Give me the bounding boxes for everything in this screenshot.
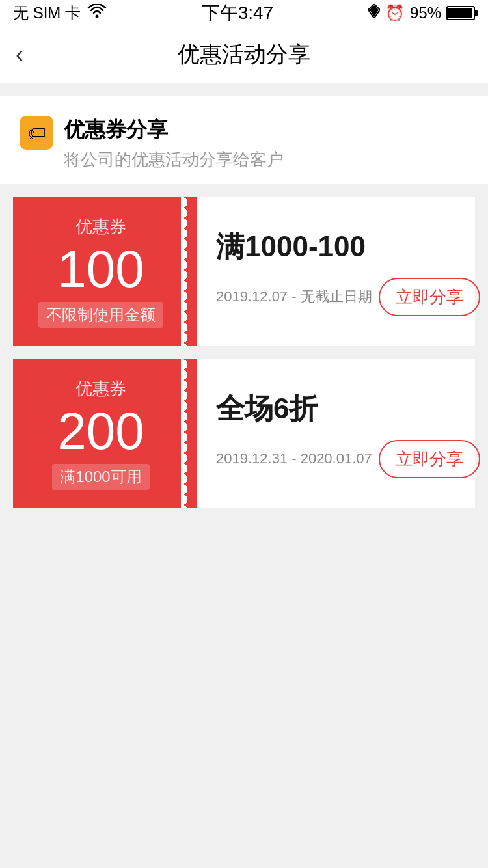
coupon-condition-1: 满1000可用 bbox=[52, 464, 149, 490]
serrated-edge-0 bbox=[181, 197, 197, 346]
section-title: 优惠券分享 bbox=[64, 116, 284, 144]
alarm-icon: ⏰ bbox=[385, 4, 405, 22]
share-button-0[interactable]: 立即分享 bbox=[379, 278, 480, 316]
coupon-date-1: 2019.12.31 - 2020.01.07 bbox=[216, 450, 372, 467]
coupon-condition-0: 不限制使用金额 bbox=[38, 302, 163, 328]
status-left: 无 SIM 卡 bbox=[13, 3, 107, 23]
coupon-name-1: 全场6折 bbox=[216, 390, 457, 428]
background-area bbox=[0, 508, 488, 868]
coupon-amount-1: 200 bbox=[57, 405, 144, 457]
coupon-name-0: 满1000-100 bbox=[216, 228, 457, 266]
status-bar: 无 SIM 卡 下午3:47 ⏰ 95% bbox=[0, 0, 488, 26]
coupon-card-1: 优惠券 200 满1000可用 全场6折 2019.12.31 - 2020.0… bbox=[13, 359, 475, 508]
coupon-right-0: 满1000-100 2019.12.07 - 无截止日期 立即分享 bbox=[189, 197, 475, 346]
status-right: ⏰ 95% bbox=[368, 4, 475, 22]
coupon-list: 优惠券 100 不限制使用金额 满1000-100 2019.12.07 - 无… bbox=[0, 197, 488, 508]
coupon-stub-0: 优惠券 100 不限制使用金额 bbox=[13, 197, 189, 346]
page-title: 优惠活动分享 bbox=[178, 40, 310, 70]
section-subtitle: 将公司的优惠活动分享给客户 bbox=[64, 148, 284, 171]
section-header: 🏷 优惠券分享 将公司的优惠活动分享给客户 bbox=[0, 96, 488, 184]
share-button-1[interactable]: 立即分享 bbox=[379, 440, 480, 478]
coupon-card-0: 优惠券 100 不限制使用金额 满1000-100 2019.12.07 - 无… bbox=[13, 197, 475, 346]
location-icon bbox=[368, 4, 380, 22]
coupon-label-1: 优惠券 bbox=[75, 377, 126, 400]
coupon-label-0: 优惠券 bbox=[75, 215, 126, 238]
coupon-stub-1: 优惠券 200 满1000可用 bbox=[13, 359, 189, 508]
carrier-text: 无 SIM 卡 bbox=[13, 3, 81, 23]
battery-percent: 95% bbox=[410, 4, 441, 22]
serrated-edge-1 bbox=[181, 359, 197, 508]
section-icon: 🏷 bbox=[20, 116, 53, 150]
coupon-meta-1: 2019.12.31 - 2020.01.07 立即分享 bbox=[216, 440, 457, 478]
svg-point-0 bbox=[96, 15, 99, 18]
coupon-icon: 🏷 bbox=[27, 122, 46, 144]
coupon-date-0: 2019.12.07 - 无截止日期 bbox=[216, 287, 372, 306]
coupon-right-1: 全场6折 2019.12.31 - 2020.01.07 立即分享 bbox=[189, 359, 475, 508]
battery-icon bbox=[446, 6, 475, 20]
coupon-meta-0: 2019.12.07 - 无截止日期 立即分享 bbox=[216, 278, 457, 316]
back-button[interactable]: ‹ bbox=[16, 41, 23, 68]
wifi-icon bbox=[87, 4, 107, 22]
status-time: 下午3:47 bbox=[202, 1, 274, 25]
coupon-amount-0: 100 bbox=[57, 243, 144, 295]
nav-bar: ‹ 优惠活动分享 bbox=[0, 26, 488, 83]
section-text: 优惠券分享 将公司的优惠活动分享给客户 bbox=[64, 116, 284, 171]
